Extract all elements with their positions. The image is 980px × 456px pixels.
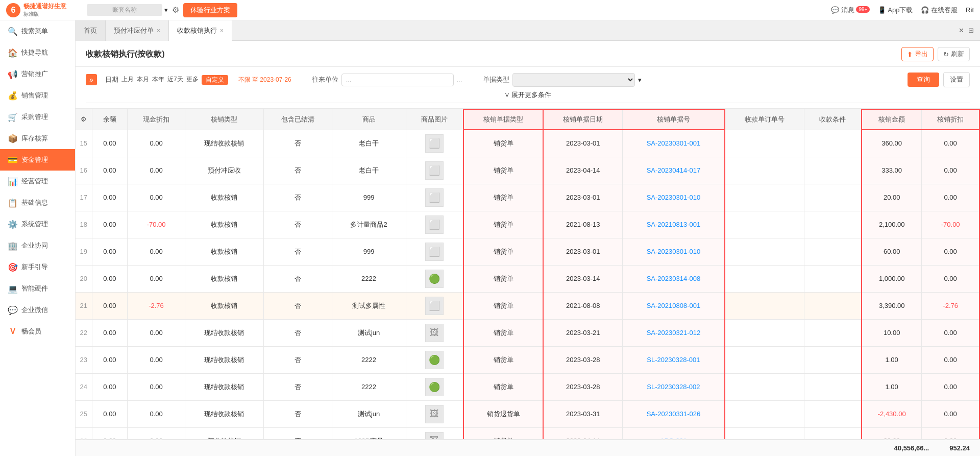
tab-receipt-verify-close[interactable]: × xyxy=(220,27,224,34)
industry-solution-btn[interactable]: 休验行业方案 xyxy=(183,3,237,17)
cell-verify-type: 现结收款核销 xyxy=(185,130,264,157)
sidebar-item-purchase[interactable]: 🛒 采购管理 xyxy=(0,106,75,128)
bill-report-no-link[interactable]: SA-20230301-001 xyxy=(647,139,701,147)
cell-cash-discount: 0.00 xyxy=(128,265,185,292)
sidebar: 🔍 搜索菜单 🏠 快捷导航 📢 营销推广 💰 销售管理 🛒 采购管理 📦 库存核… xyxy=(0,20,76,456)
tab-expand-icon[interactable]: ⊞ xyxy=(968,27,974,34)
th-verify-amount: 核销金额 xyxy=(862,109,922,130)
date-filter: 日期 上月 本月 本年 近7天 更多 自定义 xyxy=(105,75,228,85)
sidebar-item-inventory[interactable]: 📦 库存核算 xyxy=(0,128,75,149)
sidebar-item-search[interactable]: 🔍 搜索菜单 xyxy=(0,20,75,42)
online-service-btn[interactable]: 🎧 在线客服 xyxy=(921,6,958,15)
date-this-year[interactable]: 本年 xyxy=(152,75,164,85)
bill-report-no-link[interactable]: SL-20230328-001 xyxy=(647,356,700,364)
cell-verify-type: 收款核销 xyxy=(185,292,264,319)
cell-include-settled: 否 xyxy=(264,238,332,265)
cell-receipt-condition xyxy=(804,400,862,427)
cell-receipt-condition xyxy=(804,211,862,238)
cell-verify-amount: 1,000.00 xyxy=(862,265,922,292)
sidebar-item-quicknav[interactable]: 🏠 快捷导航 xyxy=(0,42,75,63)
bill-report-no-link[interactable]: SA-20230331-026 xyxy=(647,410,701,418)
table-row: 22 0.00 0.00 现结收款核销 否 测试jun 🖼 销货单 2023-0… xyxy=(76,319,979,346)
marketing-icon: 📢 xyxy=(8,69,17,79)
bill-report-no-link[interactable]: SA-20230414-017 xyxy=(647,166,701,174)
tab-home[interactable]: 首页 xyxy=(76,20,106,41)
cell-product-image: ⬜ xyxy=(406,211,463,238)
th-balance: 余额 xyxy=(92,109,128,130)
member-icon: V xyxy=(8,327,17,336)
tab-prepay-close[interactable]: × xyxy=(157,27,160,34)
cell-bill-report-date: 2023-03-01 xyxy=(543,238,622,265)
filter-expand-arrow[interactable]: » xyxy=(86,74,97,85)
cell-product-image: ⬜ xyxy=(406,292,463,319)
tab-prepay[interactable]: 预付冲应付单 × xyxy=(106,20,169,41)
cell-product: 2222 xyxy=(332,373,406,400)
sidebar-item-wechat[interactable]: 💬 企业微信 xyxy=(0,299,75,321)
date-range-text: 不限 至 2023-07-26 xyxy=(238,76,291,84)
cell-include-settled: 否 xyxy=(264,319,332,346)
cell-bill-report-type: 销货单 xyxy=(463,427,543,439)
cell-verify-type: 现结收款核销 xyxy=(185,346,264,373)
sidebar-item-member[interactable]: V 畅会员 xyxy=(0,321,75,342)
cell-product-image: 🟢 xyxy=(406,265,463,292)
refresh-btn[interactable]: ↻ 刷新 xyxy=(938,47,970,61)
message-badge: 99+ xyxy=(856,6,870,13)
sidebar-item-enterprise[interactable]: 🏢 企业协同 xyxy=(0,235,75,256)
product-image: 🖼 xyxy=(425,324,444,342)
tab-close-all-icon[interactable]: ✕ xyxy=(959,27,964,34)
date-custom[interactable]: 自定义 xyxy=(202,75,228,85)
cell-verify-amount: 20.00 xyxy=(862,184,922,211)
bill-type-select[interactable] xyxy=(512,73,635,87)
account-selector[interactable]: 账套名称 ▾ xyxy=(87,4,168,16)
logo-icon: 6 xyxy=(6,3,20,17)
bill-report-no-link[interactable]: SA-20210808-001 xyxy=(647,302,701,309)
cell-cash-discount: 0.00 xyxy=(128,238,185,265)
header-actions: ⬆ 导出 ↻ 刷新 xyxy=(901,47,970,61)
bill-report-no-link[interactable]: SA-20230301-010 xyxy=(647,248,701,255)
bill-report-no-link[interactable]: SA-20230314-008 xyxy=(647,275,701,282)
sidebar-label-search: 搜索菜单 xyxy=(21,27,48,36)
message-btn[interactable]: 💬 消息 99+ xyxy=(831,6,870,15)
newbie-icon: 🎯 xyxy=(8,262,17,272)
sidebar-label-quicknav: 快捷导航 xyxy=(21,48,48,57)
bill-report-no-link[interactable]: SA-20230321-012 xyxy=(647,329,701,337)
expand-more-conditions[interactable]: ∨ 展开更多条件 xyxy=(86,87,970,103)
sidebar-item-basic-info[interactable]: 📋 基础信息 xyxy=(0,192,75,213)
date-7days[interactable]: 近7天 xyxy=(167,75,183,85)
date-this-month[interactable]: 本月 xyxy=(137,75,149,85)
bill-report-no-link[interactable]: SA-20210813-001 xyxy=(647,221,701,228)
export-btn[interactable]: ⬆ 导出 xyxy=(901,47,934,61)
cell-bill-report-type: 销货单 xyxy=(463,265,543,292)
th-settings: ⚙ xyxy=(76,109,92,130)
cell-bill-report-no: SA-20230321-012 xyxy=(623,319,725,346)
bill-report-no-link[interactable]: SA-20230301-010 xyxy=(647,194,701,201)
basic-info-icon: 📋 xyxy=(8,198,17,207)
cell-receipt-condition xyxy=(804,157,862,184)
cell-bill-report-date: 2023-03-31 xyxy=(543,400,622,427)
query-btn[interactable]: 查询 xyxy=(908,73,939,87)
cell-bill-report-date: 2022-04-14 xyxy=(543,427,622,439)
sidebar-item-system[interactable]: ⚙️ 系统管理 xyxy=(0,213,75,235)
top-bar-right: 💬 消息 99+ 📱 App下载 🎧 在线客服 Rit xyxy=(831,6,974,15)
sidebar-item-hardware[interactable]: 💻 智能硬件 xyxy=(0,278,75,299)
sidebar-item-finance[interactable]: 💳 资金管理 xyxy=(0,149,75,171)
sidebar-item-operation[interactable]: 📊 经营管理 xyxy=(0,171,75,192)
app-download-btn[interactable]: 📱 App下载 xyxy=(878,6,913,15)
cell-receipt-order-no xyxy=(725,157,804,184)
sidebar-item-newbie[interactable]: 🎯 新手引导 xyxy=(0,256,75,278)
cell-balance: 0.00 xyxy=(92,184,128,211)
date-more[interactable]: 更多 xyxy=(186,75,199,85)
top-global-bar: 6 畅捷通谱好生意 标准版 账套名称 ▾ ⚙ 休验行业方案 💬 消息 99+ 📱… xyxy=(0,0,980,20)
cell-balance: 0.00 xyxy=(92,157,128,184)
setting-btn[interactable]: 设置 xyxy=(943,72,970,87)
bill-report-no-link[interactable]: SL-20230328-002 xyxy=(647,383,700,391)
cell-receipt-order-no xyxy=(725,292,804,319)
date-last-month[interactable]: 上月 xyxy=(121,75,134,85)
purchase-icon: 🛒 xyxy=(8,112,17,122)
from-unit-input[interactable] xyxy=(341,74,454,86)
tab-receipt-verify[interactable]: 收款核销执行 × xyxy=(169,20,232,41)
sidebar-item-marketing[interactable]: 📢 营销推广 xyxy=(0,63,75,85)
settings-gear-btn[interactable]: ⚙ xyxy=(172,5,179,15)
sidebar-item-sales[interactable]: 💰 销售管理 xyxy=(0,85,75,106)
filter-bar: » 日期 上月 本月 本年 近7天 更多 自定义 不限 至 2023-07-26… xyxy=(76,67,980,109)
